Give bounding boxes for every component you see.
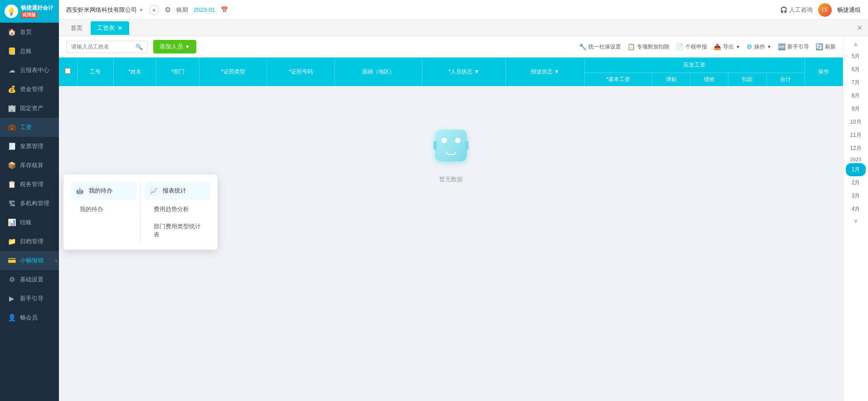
xiaochang-dropdown: 🤖 我的待办 我的待办 📈 报表统计 费用趋势分析 部门费用类型统计表 — [63, 174, 218, 250]
period-label: 账期 — [176, 6, 188, 14]
social-icon: 🔧 — [579, 43, 587, 50]
inventory-icon: 📦 — [7, 161, 16, 169]
robot-ear-left — [433, 141, 437, 150]
sidebar-label-newbie: 新手引导 — [20, 295, 44, 303]
col-subsidy: 津贴 — [652, 73, 690, 87]
robot-ear-right — [465, 141, 469, 150]
sidebar-label-basic: 基础设置 — [20, 275, 44, 284]
export-dropdown-icon: ▼ — [736, 44, 740, 49]
tax-icon: 📋 — [7, 180, 16, 188]
month-item-5[interactable]: 5月 — [844, 50, 868, 63]
operate-icon: ⚙ — [747, 43, 752, 50]
col-total: 合计 — [766, 73, 805, 87]
my-todo-section-header[interactable]: 🤖 我的待办 — [71, 182, 137, 200]
col-salary-group: 应发工资 — [584, 58, 805, 73]
sidebar-item-home[interactable]: 🏠 首页 — [0, 23, 59, 42]
tab-salary[interactable]: 工资表 ✕ — [91, 21, 129, 35]
tab-close-icon[interactable]: ✕ — [117, 25, 123, 31]
sidebar-item-invoice[interactable]: 🧾 发票管理 — [0, 137, 59, 156]
social-insurance-action[interactable]: 🔧 统一社保设置 — [579, 43, 621, 51]
search-icon[interactable]: 🔍 — [136, 43, 143, 50]
refresh-icon: 🔄 — [815, 43, 823, 50]
expense-trend-label: 费用趋势分析 — [154, 206, 189, 213]
sidebar-item-archive[interactable]: 📁 归档管理 — [0, 232, 59, 251]
sidebar-item-settle[interactable]: 📊 结账 — [0, 213, 59, 232]
sidebar-item-inventory[interactable]: 📦 库存核算 — [0, 156, 59, 175]
dept-expense-label: 部门费用类型统计表 — [154, 223, 201, 238]
search-box: 🔍 — [66, 41, 148, 53]
month-item-7[interactable]: 7月 — [844, 76, 868, 89]
sidebar-item-tax[interactable]: 📋 税务管理 — [0, 175, 59, 194]
toolbar-actions: 🔧 统一社保设置 📋 专项附加扣除 📄 个税申报 📤 导出 ▼ — [579, 43, 836, 51]
expense-trend-item[interactable]: 费用趋势分析 — [148, 202, 211, 217]
col-nationality: 国籍（地区） — [335, 58, 422, 86]
sidebar-item-xiaochang[interactable]: 💳 小畅报销 ‹ — [0, 251, 59, 270]
month-item-9[interactable]: 9月 — [844, 102, 868, 116]
col-status[interactable]: *人员状态 ▼ — [422, 58, 506, 86]
add-person-button[interactable]: 添加人员 ▼ — [153, 40, 196, 53]
tab-bar-close[interactable]: ✕ — [857, 24, 863, 32]
app-logo: 💡 畅捷通好会计 试用版 — [0, 0, 59, 23]
sidebar-item-multi[interactable]: 🏗 多机构管理 — [0, 194, 59, 213]
support-button[interactable]: 🎧 人工咨询 — [780, 6, 813, 14]
report-stats-section-header[interactable]: 📈 报表统计 — [145, 182, 211, 200]
special-deduction-action[interactable]: 📋 专项附加扣除 — [627, 43, 669, 51]
col-checkbox[interactable] — [59, 58, 77, 86]
operate-action[interactable]: ⚙ 操作 ▼ — [747, 43, 771, 51]
robot-eye-right — [455, 138, 461, 143]
month-nav-down[interactable]: ▼ — [850, 216, 861, 227]
my-todo-item[interactable]: 我的待办 — [74, 202, 137, 217]
add-company-button[interactable]: + — [149, 5, 159, 15]
user-name[interactable]: 畅捷通组 — [837, 6, 861, 14]
sidebar-item-salary[interactable]: 💼 工资 — [0, 118, 59, 137]
sidebar-item-newbie[interactable]: ▶ 新手引导 — [0, 289, 59, 308]
sidebar-item-member[interactable]: 👤 畅会员 — [0, 308, 59, 327]
settings-icon[interactable]: ⚙ — [165, 5, 171, 14]
sidebar-item-asset[interactable]: 🏢 固定资产 — [0, 99, 59, 118]
month-item-6[interactable]: 6月 — [844, 63, 868, 76]
sidebar-label-cloud: 云报表中心 — [20, 66, 49, 74]
month-item-10[interactable]: 10月 — [844, 116, 868, 129]
ledger-icon: 📒 — [7, 47, 16, 55]
month-item-8[interactable]: 8月 — [844, 89, 868, 102]
sidebar-item-cloud[interactable]: ☁ 云报表中心 — [0, 61, 59, 80]
month-nav-up[interactable]: ▲ — [850, 38, 861, 50]
app-title: 畅捷通好会计 — [21, 5, 53, 11]
month-item-2[interactable]: 2月 — [844, 176, 868, 189]
col-deduct: 扣款 — [728, 73, 766, 87]
select-all-checkbox[interactable] — [65, 68, 71, 74]
sidebar-label-tax: 税务管理 — [20, 180, 44, 188]
dept-expense-item[interactable]: 部门费用类型统计表 — [148, 219, 211, 242]
sidebar-label-home: 首页 — [20, 28, 32, 36]
calendar-icon[interactable]: 📅 — [221, 6, 228, 13]
logo-text-area: 畅捷通好会计 试用版 — [21, 5, 53, 18]
month-item-1-active[interactable]: 1月 — [846, 163, 865, 176]
sidebar-item-basic[interactable]: ⚙ 基础设置 — [0, 270, 59, 289]
tab-home-label: 首页 — [71, 24, 82, 31]
basic-icon: ⚙ — [7, 275, 16, 284]
period-value: 2023-01 — [194, 6, 215, 13]
tab-home[interactable]: 首页 — [64, 21, 89, 35]
close-all-icon[interactable]: ✕ — [857, 24, 863, 32]
sidebar-label-archive: 归档管理 — [20, 237, 44, 246]
month-item-11[interactable]: 11月 — [844, 129, 868, 142]
topbar-right: 🎧 人工咨询 CE 畅捷通组 — [780, 3, 861, 17]
sidebar-item-fund[interactable]: 💰 资金管理 — [0, 80, 59, 99]
month-item-4[interactable]: 4月 — [844, 203, 868, 216]
sidebar-label-asset: 固定资产 — [20, 104, 44, 112]
refresh-action[interactable]: 🔄 刷新 — [815, 43, 836, 51]
export-action[interactable]: 📤 导出 ▼ — [713, 43, 740, 51]
sidebar-item-ledger[interactable]: 📒 总账 — [0, 42, 59, 61]
headset-icon: 🎧 — [780, 6, 787, 13]
export-icon: 📤 — [713, 43, 721, 50]
col-report-status[interactable]: 报送状态 ▼ — [506, 58, 584, 86]
guide-action[interactable]: 🆕 新手引导 — [778, 43, 809, 51]
month-item-3[interactable]: 3月 — [844, 189, 868, 203]
month-item-12[interactable]: 12月 — [844, 142, 868, 155]
tax-report-action[interactable]: 📄 个税申报 — [676, 43, 707, 51]
asset-icon: 🏢 — [7, 104, 16, 112]
sidebar-label-inventory: 库存核算 — [20, 161, 44, 169]
company-selector[interactable]: 西安虾米网络科技有限公司 ▼ — [66, 6, 144, 14]
search-input[interactable] — [71, 43, 133, 50]
sidebar-label-settle: 结账 — [20, 218, 32, 227]
